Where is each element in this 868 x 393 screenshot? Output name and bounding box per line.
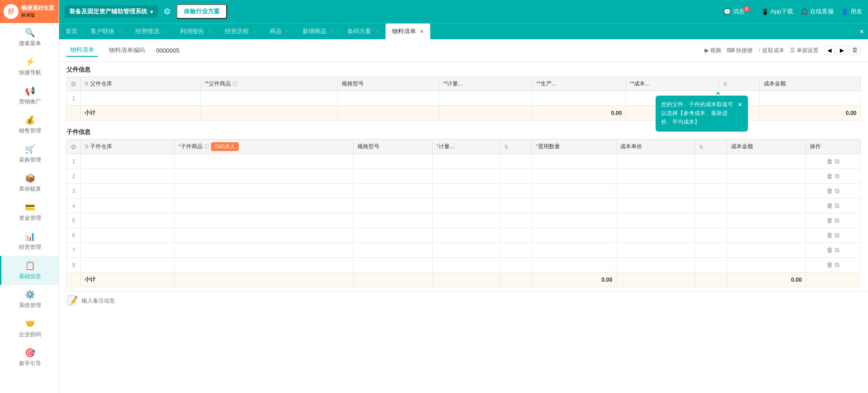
th-child-settings[interactable]: ⚙: [67, 139, 81, 154]
sidebar-item-search[interactable]: 🔍 搜索菜单: [0, 23, 59, 52]
copy-icon-1[interactable]: ⧉: [835, 157, 839, 165]
online-service-item[interactable]: 🎧 在线客服: [801, 7, 834, 16]
copy-icon-4[interactable]: ⧉: [835, 202, 839, 210]
child-amount-1[interactable]: [727, 154, 806, 169]
doc-settings-btn[interactable]: ☰ 单据设置: [790, 47, 819, 54]
delete-icon-4[interactable]: 🗑: [826, 202, 833, 210]
child-row-8: 8 🗑⧉: [67, 258, 861, 272]
parent-warehouse-cell[interactable]: [81, 91, 201, 106]
delete-icon-2[interactable]: 🗑: [826, 172, 833, 180]
settings-icon[interactable]: ⚙: [71, 80, 77, 88]
view-btn[interactable]: ▶ 视频: [705, 47, 721, 54]
page-tab-code-label[interactable]: 物料清单编码: [105, 44, 149, 56]
tab-bom-close[interactable]: ✕: [420, 29, 424, 35]
topbar-settings-icon[interactable]: ⚙: [162, 5, 173, 18]
topbar-dropdown-icon[interactable]: ▾: [150, 8, 153, 15]
tab-home[interactable]: 首页: [59, 24, 84, 39]
tooltip-close-btn[interactable]: ✕: [737, 100, 742, 110]
sidebar-item-quicknav[interactable]: ⚡ 快捷导航: [0, 52, 59, 81]
parent-spec-cell[interactable]: [338, 91, 439, 106]
tab-goods-close[interactable]: ✕: [285, 29, 289, 35]
finance-icon: 💳: [25, 202, 35, 212]
sidebar-item-system[interactable]: ⚙️ 系统管理: [0, 285, 59, 314]
child-action-4: 🗑⧉: [806, 199, 860, 213]
scan-button[interactable]: 扫码录入: [211, 142, 239, 151]
delete-icon-1[interactable]: 🗑: [826, 157, 833, 165]
parent-production-cell[interactable]: [532, 91, 626, 106]
delete-icon-3[interactable]: 🗑: [826, 187, 833, 195]
sidebar-item-collab[interactable]: 🤝 企业协同: [0, 314, 59, 343]
child-wh-1[interactable]: [81, 154, 175, 169]
tab-customer-close[interactable]: ✕: [118, 29, 122, 35]
sidebar-item-purchase[interactable]: 🛒 采购管理: [0, 139, 59, 169]
parent-goods-cell[interactable]: [200, 91, 338, 106]
prev-page-btn[interactable]: ◀: [824, 46, 835, 55]
tab-barcode[interactable]: 条码方案 ✕: [341, 24, 386, 39]
th-settings[interactable]: ⚙: [67, 77, 81, 91]
child-qty-1[interactable]: [531, 154, 616, 169]
tab-profit[interactable]: 利润报告 ✕: [174, 24, 218, 39]
copy-icon-5[interactable]: ⧉: [835, 217, 839, 224]
tab-bom[interactable]: 物料清单 ✕: [386, 24, 430, 39]
tab-goods[interactable]: 商品 ✕: [263, 24, 296, 39]
child-spec-1[interactable]: [354, 154, 433, 169]
tab-barcode-close[interactable]: ✕: [375, 29, 379, 35]
logo-text: 畅捷通好生意 标准版: [21, 5, 54, 18]
child-ucost-2[interactable]: [616, 169, 695, 184]
sidebar-item-finance[interactable]: 💳 资金管理: [0, 198, 59, 227]
shortcut-btn[interactable]: ⌨ 快捷键: [727, 47, 753, 54]
app-download-item[interactable]: 📱 App下载: [761, 7, 793, 16]
child-qty-2[interactable]: [531, 169, 616, 184]
child-unit-2[interactable]: [433, 169, 500, 184]
parent-unit-cell[interactable]: [439, 91, 532, 106]
child-ucost-1[interactable]: [616, 154, 695, 169]
cost-btn[interactable]: ↑ 提取成本: [758, 47, 784, 54]
user-icon: 👤: [841, 8, 849, 15]
tab-customer[interactable]: 客户联络 ✕: [84, 24, 129, 39]
sidebar-item-sales[interactable]: 💰 销售管理: [0, 110, 59, 139]
copy-icon-6[interactable]: ⧉: [835, 231, 839, 239]
child-s1[interactable]: [500, 154, 531, 169]
copy-icon-3[interactable]: ⧉: [835, 187, 839, 195]
th-child-spec: 规格型号: [354, 139, 433, 154]
sidebar-item-marketing[interactable]: 📢 营销推广: [0, 81, 59, 110]
tab-history[interactable]: 经营历程 ✕: [218, 24, 263, 39]
child-settings-icon[interactable]: ⚙: [71, 143, 77, 151]
delete-icon-5[interactable]: 🗑: [826, 217, 833, 224]
delete-icon-7[interactable]: 🗑: [826, 246, 833, 254]
close-all-tabs[interactable]: ✕: [856, 24, 868, 39]
trial-button[interactable]: 体验行业方案: [176, 4, 227, 19]
tab-new-goods[interactable]: 新增商品 ✕: [296, 24, 341, 39]
tab-history-close[interactable]: ✕: [253, 29, 257, 35]
next-page-btn[interactable]: ▶: [837, 46, 847, 55]
user-item[interactable]: 👤 用友: [841, 7, 862, 16]
sidebar-item-inventory[interactable]: 📦 库存核算: [0, 169, 59, 198]
page-tab-bom[interactable]: 物料清单: [66, 44, 98, 57]
child-s2[interactable]: [695, 154, 727, 169]
tab-operations[interactable]: 经营情况 ✕: [129, 24, 174, 39]
message-item[interactable]: 💬 消息 6: [723, 7, 754, 16]
copy-icon-7[interactable]: ⧉: [835, 246, 839, 254]
list-view-btn[interactable]: ☰: [849, 46, 861, 55]
nav-tabs: 首页 客户联络 ✕ 经营情况 ✕ 利润报告 ✕ 经营历程 ✕ 商品 ✕ 新增商品…: [59, 23, 868, 39]
child-row-5: 5 🗑⧉: [67, 213, 861, 228]
tab-ops-close[interactable]: ✕: [163, 29, 167, 35]
child-wh-2[interactable]: [81, 169, 175, 184]
sidebar-item-basic-info[interactable]: 📋 基础信息: [0, 256, 59, 285]
child-unit-1[interactable]: [433, 154, 500, 169]
delete-icon-8[interactable]: 🗑: [826, 261, 833, 269]
tab-newgoods-close[interactable]: ✕: [330, 29, 334, 35]
system-title-box: 装备及固定资产辅助管理系统 ▾: [65, 6, 158, 18]
delete-icon-6[interactable]: 🗑: [826, 231, 833, 239]
child-goods-1[interactable]: [175, 154, 354, 169]
parent-amount-cell[interactable]: [760, 91, 860, 106]
child-spec-2[interactable]: [354, 169, 433, 184]
sidebar-item-operations[interactable]: 📊 经营管理: [0, 227, 59, 256]
child-amount-2[interactable]: [727, 169, 806, 184]
child-row-4: 4 🗑⧉: [67, 199, 861, 213]
child-goods-2[interactable]: [175, 169, 354, 184]
tab-profit-close[interactable]: ✕: [208, 29, 212, 35]
copy-icon-2[interactable]: ⧉: [835, 172, 839, 180]
sidebar-item-guide[interactable]: 🎯 新手引导: [0, 343, 59, 372]
copy-icon-8[interactable]: ⧉: [835, 261, 839, 269]
